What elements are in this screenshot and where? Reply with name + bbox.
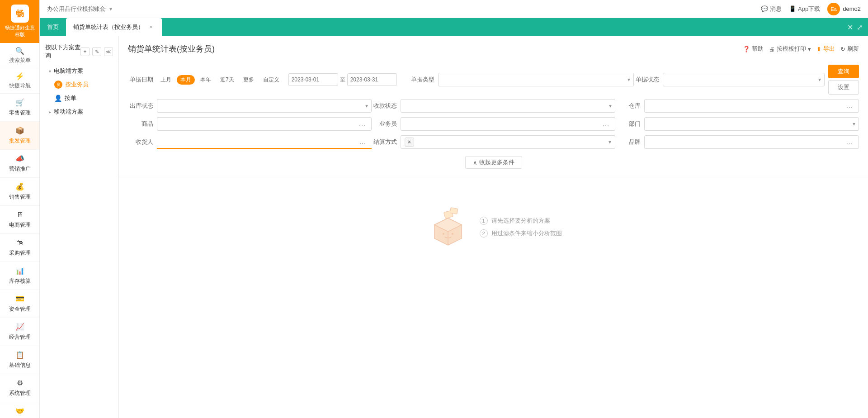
sidebar-item-purchase[interactable]: 🛍 采购管理 <box>0 234 39 262</box>
sidebar-menu: 🛒 零售管理 📦 批发管理 📣 营销推广 💰 销售管理 🖥 电商管理 🛍 采购管… <box>0 94 39 418</box>
app-download-btn[interactable]: 📱 App下载 <box>789 5 820 13</box>
print-btn[interactable]: 🖨 按模板打印 ▾ <box>769 45 811 53</box>
sidebar-item-enterprise[interactable]: 🤝 企业协同 <box>0 402 39 418</box>
sidebar-item-marketing[interactable]: 📣 营销推广 <box>0 150 39 178</box>
print-arrow-icon: ▾ <box>808 46 811 52</box>
goods-dots-btn[interactable]: … <box>357 120 368 128</box>
filter-row-1: 单据日期 上月 本月 本年 近7天 更多 自定义 <box>128 65 859 95</box>
date-tab-7days[interactable]: 近7天 <box>217 75 238 85</box>
tabbar: 首页 销货单统计表（按业务员） × ✕ ⤢ <box>40 18 868 36</box>
empty-icon <box>425 204 471 250</box>
sidebar-item-base-label: 基础信息 <box>9 361 31 369</box>
date-to-input[interactable] <box>347 73 397 86</box>
filter-row-2: 出库状态 收款状态 <box>128 99 859 113</box>
date-tab-custom[interactable]: 自定义 <box>259 75 283 85</box>
settlement-tag-close[interactable]: × <box>408 139 411 145</box>
tree-item-mobile[interactable]: ▸ 移动端方案 <box>40 105 118 119</box>
sidebar-item-finance-label: 资金管理 <box>9 305 31 313</box>
export-label: 导出 <box>823 45 835 53</box>
sidebar-item-retail[interactable]: 🛒 零售管理 <box>0 94 39 122</box>
goods-input-wrapper[interactable]: … <box>157 117 372 131</box>
sidebar-item-retail-label: 零售管理 <box>9 109 31 117</box>
tab-expand-btn[interactable]: ⤢ <box>857 23 863 32</box>
svg-point-5 <box>452 233 453 235</box>
marketing-icon: 📣 <box>15 154 24 163</box>
tip-1: 1 请先选择要分析的方案 <box>480 217 562 225</box>
consignee-input-wrapper[interactable]: … <box>157 135 372 149</box>
collapse-icon: ≪ <box>106 49 111 55</box>
user-area[interactable]: Ea demo2 <box>827 3 861 15</box>
sidebar-item-inventory[interactable]: 📊 库存核算 <box>0 262 39 290</box>
empty-area: 1 请先选择要分析的方案 2 用过滤条件来缩小分析范围 <box>119 177 868 277</box>
setting-btn[interactable]: 设置 <box>828 80 859 95</box>
order-icon: 👤 <box>54 95 62 102</box>
collapse-panel-btn[interactable]: ≪ <box>104 47 113 56</box>
date-tab-last-month[interactable]: 上月 <box>157 75 175 85</box>
refresh-btn[interactable]: ↻ 刷新 <box>840 45 859 53</box>
edit-icon: ✎ <box>95 49 99 55</box>
content-area: 按以下方案查询 + ✎ ≪ ▾ 电脑端方案 员 按业务员 <box>40 36 868 418</box>
warehouse-input-wrapper[interactable]: … <box>644 99 859 113</box>
tree-item-by-salesman[interactable]: 员 按业务员 <box>40 78 118 91</box>
refresh-icon: ↻ <box>840 46 845 52</box>
tab-close-btn[interactable]: × <box>147 24 155 31</box>
sidebar-item-business[interactable]: 📈 经营管理 <box>0 318 39 346</box>
date-from-input[interactable] <box>288 73 338 86</box>
consignee-dots-btn[interactable]: … <box>357 138 368 146</box>
collapse-row: ∧ 收起更多条件 <box>128 153 859 171</box>
dept-select[interactable] <box>644 117 859 131</box>
warehouse-dots-btn[interactable]: … <box>844 102 855 110</box>
search-menu-label: 搜索菜单 <box>9 57 31 64</box>
pay-status-select[interactable] <box>401 99 615 113</box>
search-menu-btn[interactable]: 🔍 搜索菜单 <box>0 43 39 68</box>
export-btn[interactable]: ⬆ 导出 <box>816 45 835 53</box>
query-btn[interactable]: 查询 <box>828 65 859 78</box>
settlement-input-wrapper[interactable]: × ▾ <box>401 135 615 149</box>
message-btn[interactable]: 💬 消息 <box>761 5 782 13</box>
sidebar-item-system[interactable]: ⚙ 系统管理 <box>0 374 39 402</box>
filter-pay-status: 收款状态 <box>372 99 615 113</box>
doc-type-select[interactable] <box>438 73 634 86</box>
tree-item-pc[interactable]: ▾ 电脑端方案 <box>40 64 118 78</box>
help-icon: ❓ <box>743 46 750 52</box>
date-tab-this-year[interactable]: 本年 <box>197 75 215 85</box>
tab-home[interactable]: 首页 <box>40 18 66 36</box>
date-label: 单据日期 <box>128 76 153 84</box>
sidebar-item-sales[interactable]: 💰 销售管理 <box>0 178 39 206</box>
logo-area[interactable]: 畅 畅捷通好生意标版 <box>0 0 39 43</box>
salesman-input-wrapper[interactable]: … <box>401 117 615 131</box>
quick-nav-label: 快捷导航 <box>9 82 31 90</box>
topbar-breadcrumb: 办公用品行业模拟账套 <box>47 5 106 13</box>
sidebar-item-wholesale[interactable]: 📦 批发管理 <box>0 122 39 150</box>
sidebar-item-ecommerce[interactable]: 🖥 电商管理 <box>0 206 39 234</box>
topbar: 办公用品行业模拟账套 ▾ 💬 消息 📱 App下载 Ea demo2 <box>40 0 868 18</box>
date-tab-this-month[interactable]: 本月 <box>177 75 195 85</box>
doc-status-select[interactable] <box>663 73 825 86</box>
quick-nav-btn[interactable]: ⚡ 快捷导航 <box>0 68 39 94</box>
collapse-more-btn[interactable]: ∧ 收起更多条件 <box>465 156 522 169</box>
help-btn[interactable]: ❓ 帮助 <box>743 45 764 53</box>
collapse-icon: ∧ <box>473 159 477 166</box>
date-tab-more[interactable]: 更多 <box>240 75 258 85</box>
sidebar-item-base[interactable]: 📋 基础信息 <box>0 346 39 374</box>
tab-sales-stat-label: 销货单统计表（按业务员） <box>73 23 144 31</box>
topbar-arrow-icon[interactable]: ▾ <box>109 6 112 12</box>
tab-close-window-btn[interactable]: ✕ <box>847 23 853 32</box>
date-range: 上月 本月 本年 近7天 更多 自定义 至 <box>157 73 409 86</box>
dept-wrapper <box>644 117 859 131</box>
edit-scheme-btn[interactable]: ✎ <box>92 47 101 56</box>
sidebar-item-sales-label: 销售管理 <box>9 193 31 201</box>
brand-input-wrapper[interactable]: … <box>644 135 859 149</box>
tab-sales-stat[interactable]: 销货单统计表（按业务员） × <box>66 18 162 36</box>
brand-dots-btn[interactable]: … <box>844 138 855 146</box>
tree-item-by-order[interactable]: 👤 按单 <box>40 91 118 105</box>
refresh-label: 刷新 <box>847 45 859 53</box>
sidebar-item-finance[interactable]: 💳 资金管理 <box>0 290 39 318</box>
business-icon: 📈 <box>15 323 24 332</box>
system-icon: ⚙ <box>15 379 24 388</box>
out-status-select[interactable] <box>157 99 372 113</box>
goods-label: 商品 <box>128 120 153 128</box>
add-scheme-btn[interactable]: + <box>80 47 90 56</box>
filter-doc-type: 单据类型 <box>409 73 634 86</box>
salesman-dots-btn[interactable]: … <box>600 120 611 128</box>
